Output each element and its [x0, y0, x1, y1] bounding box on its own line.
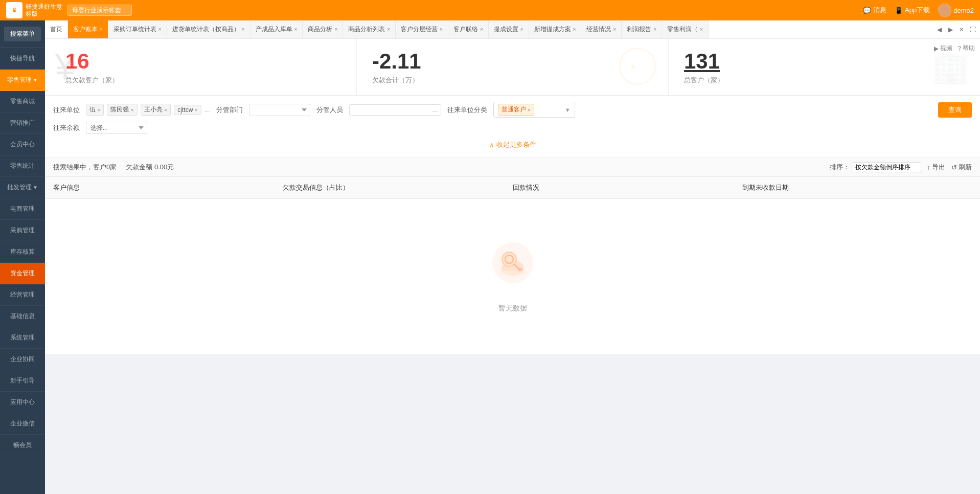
tab-retail-profit[interactable]: 零售利润（ ×	[662, 20, 709, 38]
tab-close-promotion-settings[interactable]: ×	[520, 27, 523, 32]
tab-home[interactable]: 首页	[45, 20, 68, 38]
video-btn[interactable]: ▶ 视频	[934, 44, 952, 53]
tag-wu: 伍 ×	[86, 104, 104, 116]
stats-row: ¥ 16 总欠款客户（家） ✦ -2.11 欠款合计（万） 🏢	[45, 39, 980, 96]
tab-promotion-settings[interactable]: 提成设置 ×	[489, 20, 529, 38]
logo-area: ¥ 畅捷通好生意 标版	[6, 2, 62, 18]
tab-close-customer-book[interactable]: ×	[100, 27, 103, 32]
sidebar-item-enterprise-wechat[interactable]: 企业微信	[0, 413, 45, 435]
sidebar-item-finance[interactable]: 资金管理	[0, 263, 45, 284]
tab-goods-analysis-list[interactable]: 商品分析列表 ×	[343, 20, 396, 38]
tab-add-plan[interactable]: 新增提成方案 ×	[529, 20, 582, 38]
empty-text: 暂无数据	[498, 304, 527, 313]
chevron-down-icon-2: ▼	[33, 185, 38, 190]
dept-filter-label: 分管部门	[216, 105, 243, 115]
category-select-area[interactable]: 普通客户 × ▼	[493, 102, 575, 118]
table-header: 客户信息 欠款交易信息（占比） 回款情况 到期未收款日期	[45, 177, 980, 199]
empty-icon	[490, 240, 536, 296]
person-input-area[interactable]: ...	[349, 104, 441, 116]
tab-purchase-order[interactable]: 采购订单统计表 ×	[108, 20, 167, 38]
sidebar-item-system[interactable]: 系统管理	[0, 327, 45, 349]
dept-select[interactable]	[249, 104, 310, 116]
tab-close-add-plan[interactable]: ×	[573, 27, 576, 32]
sidebar-item-purchase[interactable]: 采购管理	[0, 220, 45, 241]
tab-close-goods-analysis-list[interactable]: ×	[387, 27, 390, 32]
sidebar-item-quick-nav[interactable]: 快捷导航	[0, 48, 45, 70]
tab-product-stock[interactable]: 产成品入库单 ×	[250, 20, 303, 38]
result-actions: 排序： 按欠款金额倒序排序 ↑ 导出 ↺ 刷新	[830, 162, 972, 172]
tab-close-purchase-stats[interactable]: ×	[242, 27, 245, 32]
balance-select[interactable]: 选择...	[86, 122, 147, 134]
filter-row-company: 往来单位 伍 × 陈民强 × 王小亮 ×	[53, 102, 972, 118]
refresh-btn[interactable]: ↺ 刷新	[951, 163, 972, 172]
refresh-icon: ↺	[951, 164, 957, 171]
sidebar-item-retail-mall[interactable]: 零售商城	[0, 91, 45, 113]
tab-scroll-right[interactable]: ▶	[945, 25, 955, 35]
tab-close-retail-profit[interactable]: ×	[700, 27, 703, 32]
tab-customer-contact[interactable]: 客户联络 ×	[448, 20, 489, 38]
svg-rect-8	[500, 271, 526, 275]
category-tag-close[interactable]: ×	[528, 107, 531, 113]
tab-operations[interactable]: 经营情况 ×	[581, 20, 622, 38]
tag-cjttcw-close[interactable]: ×	[194, 107, 197, 113]
messages-btn[interactable]: 💬 消息	[863, 6, 886, 15]
top-bar-left: ¥ 畅捷通好生意 标版 母婴行业演示帐套	[6, 2, 132, 18]
tag-wu-close[interactable]: ×	[97, 107, 100, 113]
sidebar-item-new-guide[interactable]: 新手引导	[0, 370, 45, 392]
top-bar: ¥ 畅捷通好生意 标版 母婴行业演示帐套 💬 消息 📱 App下载 demo2	[0, 0, 980, 20]
col-header-due: 到期未收款日期	[742, 183, 972, 192]
tab-profit-report[interactable]: 利润报告 ×	[622, 20, 662, 38]
tab-close-customer-contact[interactable]: ×	[480, 27, 483, 32]
tab-close-goods-analysis[interactable]: ×	[334, 27, 337, 32]
tab-scroll-left[interactable]: ◀	[934, 25, 944, 35]
collapse-btn[interactable]: ∧ 收起更多条件	[53, 138, 972, 151]
sidebar-item-inventory[interactable]: 库存核算	[0, 241, 45, 263]
edition-select[interactable]: 母婴行业演示帐套	[67, 5, 132, 16]
app-download-btn[interactable]: 📱 App下载	[895, 6, 930, 15]
tag-chen-close[interactable]: ×	[130, 107, 133, 113]
video-help: ▶ 视频 ? 帮助	[934, 44, 975, 53]
sidebar-item-wholesale[interactable]: 批发管理 ▼	[0, 177, 45, 198]
tab-fullscreen[interactable]: ⛶	[968, 25, 978, 35]
sidebar-item-basic-info[interactable]: 基础信息	[0, 306, 45, 327]
export-btn[interactable]: ↑ 导出	[927, 163, 946, 172]
tab-close-profit-report[interactable]: ×	[653, 27, 656, 32]
sidebar-item-enterprise-coop[interactable]: 企业协同	[0, 349, 45, 370]
sidebar-item-marketing[interactable]: 营销推广	[0, 113, 45, 134]
tag-wang: 王小亮 ×	[141, 104, 171, 116]
user-menu[interactable]: demo2	[938, 4, 974, 17]
tab-bar: 首页 客户账本 × 采购订单统计表 × 进货单统计表（按商品） × 产成品入库单…	[45, 20, 980, 39]
query-button[interactable]: 查询	[938, 102, 972, 118]
more-tags[interactable]: ...	[204, 106, 210, 114]
company-tags: 伍 × 陈民强 × 王小亮 × cjttcw ×	[86, 104, 210, 116]
sidebar-item-retail[interactable]: 零售管理 ▼	[0, 70, 45, 91]
logo-text: 畅捷通好生意 标版	[26, 3, 62, 18]
table-area: 客户信息 欠款交易信息（占比） 回款情况 到期未收款日期	[45, 177, 980, 354]
more-person[interactable]: ...	[432, 106, 438, 114]
tab-goods-analysis[interactable]: 商品分析 ×	[303, 20, 343, 38]
sidebar-item-operations[interactable]: 经营管理	[0, 284, 45, 306]
tab-close-customer-tier[interactable]: ×	[440, 27, 443, 32]
empty-state: 暂无数据	[45, 199, 980, 354]
tab-close-product-stock[interactable]: ×	[294, 27, 298, 32]
message-icon: 💬	[863, 7, 871, 14]
sidebar-item-members[interactable]: 会员中心	[0, 134, 45, 155]
tab-customer-book[interactable]: 客户账本 ×	[68, 20, 108, 38]
logo-icon: ¥	[6, 2, 22, 18]
tab-close-operations[interactable]: ×	[613, 27, 616, 32]
tab-close-all[interactable]: ✕	[956, 25, 967, 35]
tab-purchase-stats[interactable]: 进货单统计表（按商品） ×	[167, 20, 250, 38]
tag-wang-close[interactable]: ×	[164, 107, 167, 113]
tag-cjttcw: cjttcw ×	[174, 105, 201, 115]
category-tag: 普通客户 ×	[498, 104, 534, 116]
sidebar-item-ecommerce[interactable]: 电商管理	[0, 198, 45, 220]
sort-select[interactable]: 按欠款金额倒序排序	[852, 162, 921, 172]
col-header-customer: 客户信息	[53, 183, 283, 192]
help-btn[interactable]: ? 帮助	[958, 44, 975, 53]
search-menu-btn[interactable]: 搜索菜单	[4, 27, 41, 41]
tab-customer-tier[interactable]: 客户分层经营 ×	[396, 20, 448, 38]
tab-close-purchase-order[interactable]: ×	[158, 27, 162, 32]
sidebar-item-vip[interactable]: 畅会员	[0, 435, 45, 456]
sidebar-item-retail-stats[interactable]: 零售统计	[0, 155, 45, 177]
sidebar-item-app-center[interactable]: 应用中心	[0, 392, 45, 413]
